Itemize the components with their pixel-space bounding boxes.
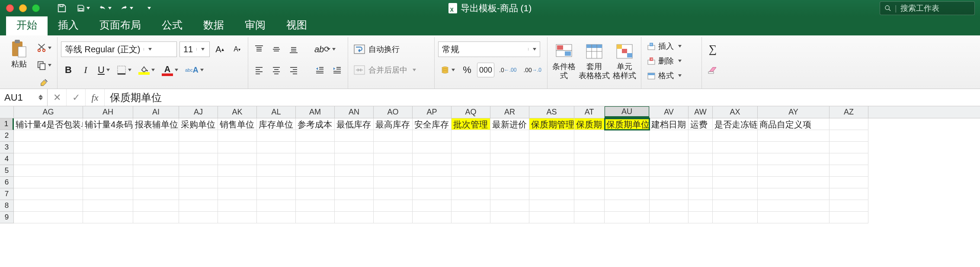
row-header[interactable]: 4 (0, 153, 14, 165)
cell[interactable] (133, 165, 179, 177)
cell[interactable] (179, 165, 218, 177)
cell[interactable] (529, 200, 574, 212)
cell[interactable] (650, 130, 689, 142)
align-right-button[interactable] (286, 63, 301, 77)
cell[interactable] (133, 188, 179, 200)
underline-button[interactable]: U (96, 63, 112, 77)
cell[interactable] (689, 142, 713, 153)
cell[interactable] (650, 142, 689, 153)
cell[interactable] (650, 212, 689, 223)
autosave-icon[interactable] (55, 2, 68, 15)
cell[interactable] (83, 188, 133, 200)
column-header-AS[interactable]: AS (529, 106, 574, 118)
fill-color-button[interactable] (136, 63, 157, 77)
cell[interactable] (14, 188, 83, 200)
cell[interactable] (605, 165, 650, 177)
cell[interactable] (829, 177, 868, 188)
cell[interactable] (133, 177, 179, 188)
insert-cells-button[interactable]: +插入 (645, 39, 684, 54)
cell[interactable] (413, 188, 452, 200)
cell[interactable]: 报表辅单位 (133, 118, 179, 130)
cell[interactable] (650, 200, 689, 212)
cell[interactable] (83, 165, 133, 177)
cell[interactable] (83, 153, 133, 165)
cell[interactable] (133, 142, 179, 153)
cell[interactable] (83, 200, 133, 212)
cell[interactable] (605, 153, 650, 165)
cell[interactable] (374, 188, 413, 200)
cell[interactable] (83, 212, 133, 223)
cell[interactable] (14, 165, 83, 177)
decrease-indent-button[interactable] (312, 63, 327, 77)
zoom-window-button[interactable] (32, 4, 40, 12)
cell[interactable] (413, 142, 452, 153)
percent-button[interactable]: % (460, 63, 474, 77)
column-header-AZ[interactable]: AZ (829, 106, 868, 118)
cell[interactable]: 最新进价 (490, 118, 529, 130)
cell[interactable] (133, 153, 179, 165)
cell[interactable] (689, 153, 713, 165)
cancel-formula-button[interactable]: ✕ (48, 89, 67, 106)
cell[interactable] (257, 200, 296, 212)
bold-button[interactable]: B (61, 63, 76, 77)
align-bottom-button[interactable] (286, 42, 301, 57)
cell[interactable] (574, 165, 605, 177)
cell[interactable]: 采购单位 (179, 118, 218, 130)
fx-button[interactable]: fx (86, 89, 105, 106)
cell[interactable] (605, 188, 650, 200)
close-window-button[interactable] (6, 4, 14, 12)
column-header-AH[interactable]: AH (83, 106, 133, 118)
copy-button[interactable] (35, 58, 54, 73)
cell[interactable]: 最低库存 (335, 118, 374, 130)
cell[interactable] (713, 177, 758, 188)
cell[interactable] (83, 177, 133, 188)
autosum-button[interactable]: ∑ (705, 42, 720, 57)
cell[interactable] (374, 130, 413, 142)
column-header-AN[interactable]: AN (335, 106, 374, 118)
cell[interactable] (374, 142, 413, 153)
cell[interactable] (574, 188, 605, 200)
cell[interactable] (713, 200, 758, 212)
column-header-AM[interactable]: AM (296, 106, 335, 118)
cell[interactable] (829, 188, 868, 200)
cell[interactable]: 商品自定义项 (758, 118, 829, 130)
row-header[interactable]: 2 (0, 130, 14, 142)
cell[interactable]: 保质期管理 (529, 118, 574, 130)
cell[interactable] (179, 212, 218, 223)
cell[interactable] (133, 212, 179, 223)
cell[interactable] (452, 130, 490, 142)
cell[interactable] (14, 177, 83, 188)
cell[interactable] (257, 188, 296, 200)
cell[interactable] (452, 142, 490, 153)
column-header-AW[interactable]: AW (689, 106, 713, 118)
cell[interactable] (14, 142, 83, 153)
font-color-button[interactable]: A (160, 63, 180, 77)
cell[interactable] (490, 177, 529, 188)
increase-font-button[interactable]: A▴ (212, 42, 227, 57)
align-top-button[interactable] (252, 42, 266, 57)
cell[interactable] (650, 188, 689, 200)
cell[interactable] (490, 142, 529, 153)
cell[interactable] (374, 212, 413, 223)
cell[interactable]: 辅计量4是否包装单位 (14, 118, 83, 130)
cell[interactable] (758, 188, 829, 200)
redo-button[interactable] (120, 2, 133, 15)
save-button[interactable] (77, 2, 90, 15)
cell[interactable] (829, 153, 868, 165)
cell[interactable] (218, 177, 257, 188)
currency-button[interactable] (438, 63, 457, 77)
cell[interactable]: 保质期 (574, 118, 605, 130)
cell[interactable] (335, 165, 374, 177)
cell[interactable] (374, 165, 413, 177)
border-button[interactable] (115, 63, 134, 77)
cell[interactable] (218, 165, 257, 177)
cell[interactable] (296, 177, 335, 188)
undo-button[interactable] (99, 2, 112, 15)
column-header-AI[interactable]: AI (133, 106, 179, 118)
cell[interactable] (574, 200, 605, 212)
cell[interactable] (452, 188, 490, 200)
cell[interactable] (689, 212, 713, 223)
cell[interactable] (829, 165, 868, 177)
cell[interactable] (713, 188, 758, 200)
comma-button[interactable]: 000 (477, 63, 494, 77)
